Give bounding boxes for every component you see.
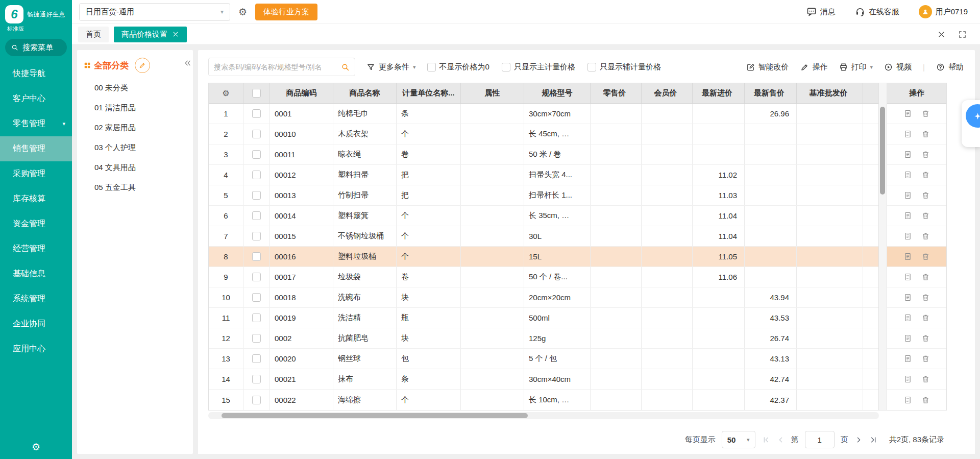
table-row[interactable]: 9 00017 垃圾袋 卷 50 个 / 卷... 11.06 (209, 267, 878, 287)
print-button[interactable]: 打印 ▾ (839, 62, 873, 72)
delete-icon[interactable] (921, 150, 930, 159)
delete-icon[interactable] (921, 130, 930, 138)
industry-select[interactable]: 日用百货-通用 ▾ (79, 3, 230, 21)
product-search-input[interactable] (214, 63, 341, 71)
member-price[interactable] (642, 267, 693, 287)
base-wholesale-price[interactable] (797, 144, 863, 164)
checkbox[interactable] (502, 63, 510, 71)
table-row[interactable]: 12 0002 抗菌肥皂 块 125g 26.74 (209, 328, 878, 349)
base-wholesale-price[interactable] (797, 206, 863, 226)
delete-icon[interactable] (921, 354, 930, 363)
delete-icon[interactable] (921, 252, 930, 261)
delete-icon[interactable] (921, 375, 930, 383)
category-item[interactable]: 02 家居用品 (77, 118, 193, 138)
price-record-icon[interactable] (903, 191, 912, 200)
price-record-icon[interactable] (903, 334, 912, 343)
delete-icon[interactable] (921, 232, 930, 240)
table-row[interactable]: 15 00022 海绵擦 个 长 10cm, … 42.37 (209, 390, 878, 410)
retail-price[interactable] (591, 104, 642, 124)
delete-icon[interactable] (921, 313, 930, 322)
more-filters-button[interactable]: 更多条件 ▾ (366, 62, 416, 72)
price-record-icon[interactable] (903, 130, 912, 138)
price-record-icon[interactable] (903, 150, 912, 159)
messages-button[interactable]: 消息 (806, 7, 836, 17)
prev-page-button[interactable] (776, 436, 785, 444)
retail-price[interactable] (591, 247, 642, 267)
column-header-member[interactable]: 会员价 (642, 83, 693, 103)
category-item[interactable]: 00 未分类 (77, 78, 193, 98)
sidebar-item-inventory-accounting[interactable]: 库存核算 (0, 186, 72, 211)
delete-icon[interactable] (921, 171, 930, 179)
sidebar-item-customer-center[interactable]: 客户中心 (0, 86, 72, 111)
retail-price[interactable] (591, 308, 642, 328)
column-header-code[interactable]: 商品编码 (270, 83, 333, 103)
row-checkbox[interactable] (243, 349, 270, 369)
product-search[interactable] (208, 58, 355, 76)
price-record-icon[interactable] (903, 232, 912, 240)
row-checkbox[interactable] (243, 247, 270, 267)
sidebar-item-sales-mgmt[interactable]: 销售管理 (0, 136, 72, 161)
member-price[interactable] (642, 124, 693, 144)
price-record-icon[interactable] (903, 293, 912, 302)
sidebar-item-funds-mgmt[interactable]: 资金管理 (0, 211, 72, 236)
price-record-icon[interactable] (903, 354, 912, 363)
price-record-icon[interactable] (903, 375, 912, 383)
row-checkbox[interactable] (243, 226, 270, 246)
column-header-attr[interactable]: 属性 (461, 83, 524, 103)
member-price[interactable] (642, 247, 693, 267)
table-row[interactable]: 14 00021 抹布 条 30cm×40cm 42.74 (209, 369, 878, 390)
delete-icon[interactable] (921, 191, 930, 200)
base-wholesale-price[interactable] (797, 226, 863, 246)
column-settings-gear-icon[interactable]: ⚙ (209, 83, 243, 103)
sidebar-settings-gear-icon[interactable]: ⚙ (0, 441, 72, 453)
retail-price[interactable] (591, 369, 642, 389)
member-price[interactable] (642, 144, 693, 164)
base-wholesale-price[interactable] (797, 104, 863, 124)
assistant-icon[interactable] (966, 104, 980, 128)
base-wholesale-price[interactable] (797, 349, 863, 369)
tab-home[interactable]: 首页 (78, 27, 109, 42)
row-checkbox[interactable] (243, 124, 270, 144)
base-wholesale-price[interactable] (797, 369, 863, 389)
delete-icon[interactable] (921, 396, 930, 404)
member-price[interactable] (642, 287, 693, 307)
all-categories[interactable]: 全部分类 (84, 60, 129, 71)
table-row[interactable]: 11 00019 洗洁精 瓶 500ml 43.53 (209, 308, 878, 328)
table-row[interactable]: 1 0001 纯棉毛巾 条 30cm×70cm 26.96 (209, 104, 878, 124)
sidebar-item-quick-nav[interactable]: 快捷导航 (0, 61, 72, 86)
price-record-icon[interactable] (903, 252, 912, 261)
row-checkbox[interactable] (243, 206, 270, 226)
row-checkbox[interactable] (243, 328, 270, 348)
retail-price[interactable] (591, 328, 642, 348)
member-price[interactable] (642, 369, 693, 389)
column-header-sale[interactable]: 最新售价 (745, 83, 797, 103)
base-wholesale-price[interactable] (797, 328, 863, 348)
tab-product-price-settings[interactable]: 商品价格设置 (114, 27, 187, 42)
retail-price[interactable] (591, 165, 642, 185)
delete-icon[interactable] (921, 273, 930, 281)
sidebar-item-basic-info[interactable]: 基础信息 (0, 261, 72, 286)
filter-hide-zero-price[interactable]: 不显示价格为0 (427, 62, 489, 72)
search-icon[interactable] (341, 63, 350, 71)
online-support-button[interactable]: 在线客服 (855, 7, 899, 17)
horizontal-scrollbar-thumb[interactable] (222, 413, 528, 418)
base-wholesale-price[interactable] (797, 185, 863, 205)
table-row[interactable]: 8 00016 塑料垃圾桶 个 15L 11.05 (209, 247, 878, 267)
sidebar-item-system-mgmt[interactable]: 系统管理 (0, 286, 72, 311)
category-item[interactable]: 01 清洁用品 (77, 98, 193, 118)
base-wholesale-price[interactable] (797, 165, 863, 185)
menu-search[interactable]: 搜索菜单 (5, 39, 67, 56)
base-wholesale-price[interactable] (797, 247, 863, 267)
base-wholesale-price[interactable] (797, 287, 863, 307)
column-header-wholesale[interactable]: 基准批发价 (797, 83, 863, 103)
category-item[interactable]: 03 个人护理 (77, 138, 193, 158)
table-row[interactable]: 7 00015 不锈钢垃圾桶 个 30L 11.04 (209, 226, 878, 247)
retail-price[interactable] (591, 267, 642, 287)
category-item[interactable]: 05 五金工具 (77, 178, 193, 198)
table-row[interactable]: 5 00013 竹制扫帚 把 扫帚杆长 1... 11.03 (209, 185, 878, 206)
member-price[interactable] (642, 328, 693, 348)
row-checkbox[interactable] (243, 390, 270, 410)
filter-aux-unit-only[interactable]: 只显示辅计量价格 (587, 62, 661, 72)
base-wholesale-price[interactable] (797, 124, 863, 144)
trial-industry-plan-button[interactable]: 体验行业方案 (255, 4, 317, 20)
